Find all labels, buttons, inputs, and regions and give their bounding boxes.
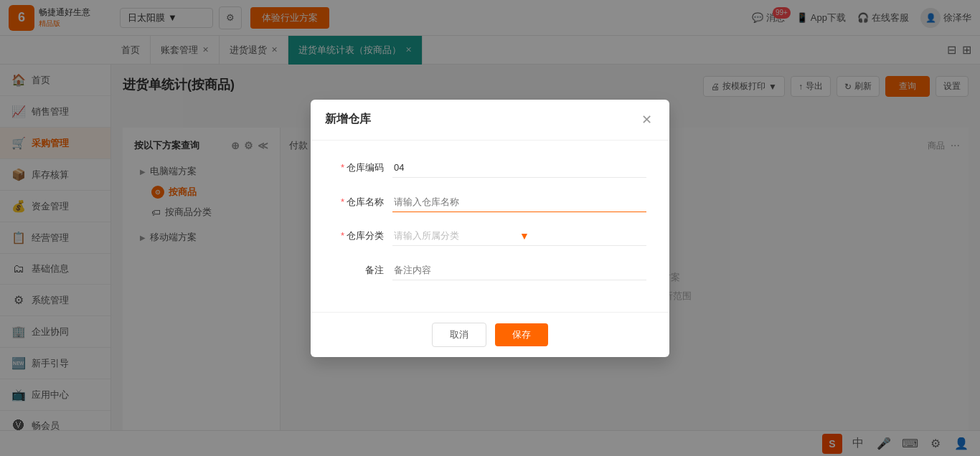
- modal-close-button[interactable]: ✕: [638, 111, 655, 128]
- form-row-remark: 备注: [334, 260, 646, 280]
- category-select[interactable]: 请输入所属分类 ▼: [392, 227, 646, 246]
- save-button[interactable]: 保存: [495, 323, 548, 346]
- form-row-category: 仓库分类 请输入所属分类 ▼: [334, 227, 646, 246]
- name-label: 仓库名称: [334, 196, 384, 209]
- remark-input[interactable]: [392, 260, 646, 280]
- remark-label: 备注: [334, 264, 384, 277]
- modal-overlay: 新增仓库 ✕ 仓库编码 仓库名称 仓库分类 请输入所属分类 ▼: [0, 0, 980, 456]
- name-input[interactable]: [392, 192, 646, 212]
- cancel-button[interactable]: 取消: [432, 323, 486, 347]
- form-row-name: 仓库名称: [334, 192, 646, 212]
- new-warehouse-modal: 新增仓库 ✕ 仓库编码 仓库名称 仓库分类 请输入所属分类 ▼: [311, 100, 669, 357]
- category-dropdown-icon: ▼: [519, 230, 645, 242]
- category-placeholder: 请输入所属分类: [394, 229, 519, 242]
- modal-footer: 取消 保存: [311, 312, 669, 357]
- form-row-code: 仓库编码: [334, 158, 646, 178]
- code-label: 仓库编码: [334, 161, 384, 174]
- modal-body: 仓库编码 仓库名称 仓库分类 请输入所属分类 ▼ 备注: [311, 141, 669, 312]
- modal-title: 新增仓库: [325, 112, 371, 127]
- code-input[interactable]: [392, 158, 646, 178]
- name-input-wrap: [392, 192, 646, 212]
- modal-header: 新增仓库 ✕: [311, 100, 669, 141]
- category-label: 仓库分类: [334, 229, 384, 242]
